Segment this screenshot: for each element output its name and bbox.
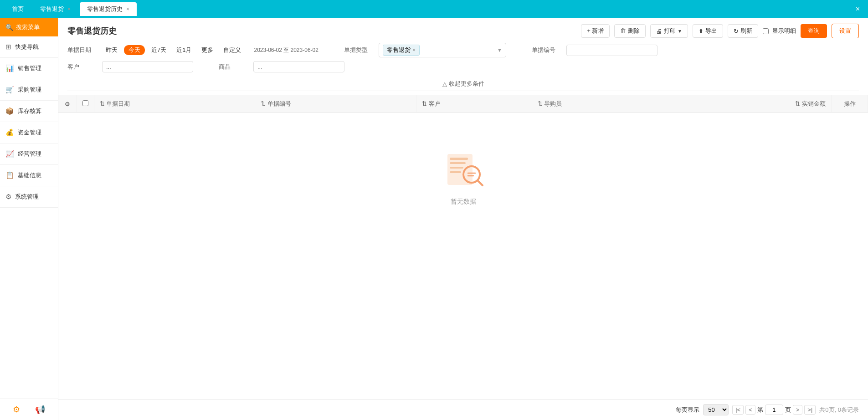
tab-retail-return-history[interactable]: 零售退货历史 × xyxy=(80,2,137,16)
sidebar-bottom: ⚙ 📢 xyxy=(0,399,58,420)
main-layout: 🔍 搜索菜单 ⊞ 快捷导航 📊 销售管理 🛒 采购管理 📦 库存核算 💰 资金管… xyxy=(0,18,868,420)
type-tag-value: 零售退货 xyxy=(387,46,411,54)
inventory-icon: 📦 xyxy=(5,107,14,115)
page-prefix-label: 第 xyxy=(757,406,763,414)
sidebar-item-basic-label: 基础信息 xyxy=(18,171,41,179)
finance-icon: 💰 xyxy=(5,128,14,137)
sidebar-search[interactable]: 🔍 搜索菜单 xyxy=(0,18,58,36)
table-col-customer-label: ⇅ 客户 xyxy=(422,100,441,107)
tab-retail-return-close[interactable]: × xyxy=(67,6,71,12)
page-header: 零售退货历史 + 新增 🗑 删除 🖨 打印 ▼ ⬆ 导出 ↻ xyxy=(58,18,868,95)
svg-rect-2 xyxy=(450,162,466,164)
settings-button[interactable]: 设置 xyxy=(832,24,859,38)
table-col-date: ⇅ 单据日期 xyxy=(94,95,255,113)
sidebar-item-sales-label: 销售管理 xyxy=(18,64,41,72)
settings-gear-icon[interactable]: ⚙ xyxy=(13,405,20,415)
customer-input[interactable] xyxy=(102,61,193,72)
collapse-button[interactable]: △ 收起更多条件 xyxy=(437,78,490,90)
bill-no-input[interactable] xyxy=(566,45,657,56)
basic-icon: 📋 xyxy=(5,171,14,179)
sidebar-item-purchase-label: 采购管理 xyxy=(18,86,41,94)
sidebar-item-sales[interactable]: 📊 销售管理 xyxy=(0,58,58,79)
delete-button[interactable]: 🗑 删除 xyxy=(614,24,646,38)
tab-home[interactable]: 首页 xyxy=(5,2,31,16)
sidebar-search-label: 搜索菜单 xyxy=(16,23,40,31)
type-filter-tag: 零售退货 × xyxy=(383,45,420,56)
system-icon: ⚙ xyxy=(5,193,11,201)
refresh-icon: ↻ xyxy=(734,28,739,35)
sidebar-item-operations[interactable]: 📈 经营管理 xyxy=(0,143,58,165)
sidebar-item-quick-nav[interactable]: ⊞ 快捷导航 xyxy=(0,36,58,58)
export-label: 导出 xyxy=(705,27,717,35)
next-page-button[interactable]: > xyxy=(793,405,803,415)
sidebar-item-finance-label: 资金管理 xyxy=(18,128,41,137)
quick-nav-icon: ⊞ xyxy=(5,43,11,51)
goods-input[interactable] xyxy=(253,61,344,72)
tab-retail-return-history-close[interactable]: × xyxy=(126,6,129,12)
date-options: 昨天 今天 近7天 近1月 更多 自定义 xyxy=(102,45,245,55)
export-button[interactable]: ⬆ 导出 xyxy=(693,24,723,38)
table-wrap: ⚙ ⇅ 单据日期 ⇅ 单据编号 ⇅ 客户 ⇅ 导购员 xyxy=(58,95,868,399)
table-col-amount: ⇅ 实销金额 xyxy=(670,95,832,113)
page-nav: |< < 第 页 > >| xyxy=(732,405,816,415)
collapse-icon: △ xyxy=(442,81,447,87)
empty-text: 暂无数据 xyxy=(451,198,476,206)
refresh-label: 刷新 xyxy=(740,27,752,35)
window-close-button[interactable]: × xyxy=(852,3,863,15)
audio-icon[interactable]: 📢 xyxy=(35,405,45,415)
date-filter-label: 单据日期 xyxy=(67,46,95,54)
content-area: 零售退货历史 + 新增 🗑 删除 🖨 打印 ▼ ⬆ 导出 ↻ xyxy=(58,18,868,420)
date-custom[interactable]: 自定义 xyxy=(220,45,245,55)
sidebar-item-operations-label: 经营管理 xyxy=(18,150,41,158)
tab-bar: 首页 零售退货 × 零售退货历史 × × xyxy=(0,0,868,18)
print-button[interactable]: 🖨 打印 ▼ xyxy=(650,24,688,38)
svg-rect-4 xyxy=(450,171,461,173)
data-table: ⚙ ⇅ 单据日期 ⇅ 单据编号 ⇅ 客户 ⇅ 导购员 xyxy=(58,95,868,113)
table-col-bill-no-label: ⇅ 单据编号 xyxy=(261,100,291,107)
page-number-input[interactable] xyxy=(765,405,783,415)
show-detail-checkbox[interactable] xyxy=(763,28,769,34)
print-label: 打印 xyxy=(664,27,676,35)
per-page-label: 每页显示 xyxy=(676,406,699,414)
type-filter-select[interactable]: 零售退货 × ▼ xyxy=(379,43,506,57)
operations-icon: 📈 xyxy=(5,150,14,158)
sidebar-item-purchase[interactable]: 🛒 采购管理 xyxy=(0,79,58,101)
date-7days[interactable]: 近7天 xyxy=(148,45,170,55)
table-col-date-label: ⇅ 单据日期 xyxy=(100,100,130,107)
new-button[interactable]: + 新增 xyxy=(581,24,610,38)
page-total: 共0页, 0条记录 xyxy=(819,406,859,414)
date-more[interactable]: 更多 xyxy=(198,45,217,55)
table-col-checkbox[interactable] xyxy=(77,95,94,113)
per-page-select[interactable]: 10 20 50 100 xyxy=(703,404,729,415)
select-all-checkbox[interactable] xyxy=(82,100,88,106)
sidebar-item-system-label: 系统管理 xyxy=(15,193,39,201)
sidebar-item-quick-nav-label: 快捷导航 xyxy=(15,43,39,51)
print-chevron: ▼ xyxy=(678,29,682,34)
date-yesterday[interactable]: 昨天 xyxy=(102,45,121,55)
date-today[interactable]: 今天 xyxy=(124,45,145,55)
prev-page-button[interactable]: < xyxy=(745,405,755,415)
sidebar-item-finance[interactable]: 💰 资金管理 xyxy=(0,122,58,143)
query-button[interactable]: 查询 xyxy=(801,24,827,38)
refresh-button[interactable]: ↻ 刷新 xyxy=(728,24,758,38)
date-1month[interactable]: 近1月 xyxy=(173,45,195,55)
sidebar-item-inventory[interactable]: 📦 库存核算 xyxy=(0,101,58,122)
collapse-label: 收起更多条件 xyxy=(449,80,484,88)
show-detail-label: 显示明细 xyxy=(763,27,796,35)
collapse-row: △ 收起更多条件 xyxy=(67,76,859,91)
table-col-gear[interactable]: ⚙ xyxy=(58,95,77,113)
purchase-icon: 🛒 xyxy=(5,86,14,94)
export-icon: ⬆ xyxy=(699,28,704,35)
sales-icon: 📊 xyxy=(5,64,14,72)
show-detail-text: 显示明细 xyxy=(772,27,796,35)
sidebar-item-system[interactable]: ⚙ 系统管理 xyxy=(0,186,58,208)
table-col-actions: 操作 xyxy=(832,95,868,113)
last-page-button[interactable]: >| xyxy=(804,405,816,415)
first-page-button[interactable]: |< xyxy=(732,405,744,415)
tab-retail-return[interactable]: 零售退货 × xyxy=(33,2,78,16)
type-filter-label: 单据类型 xyxy=(344,46,371,54)
type-tag-remove[interactable]: × xyxy=(412,47,416,53)
bill-no-filter-label: 单据编号 xyxy=(532,46,559,54)
page-suffix-label: 页 xyxy=(785,406,791,414)
sidebar-item-basic[interactable]: 📋 基础信息 xyxy=(0,165,58,186)
